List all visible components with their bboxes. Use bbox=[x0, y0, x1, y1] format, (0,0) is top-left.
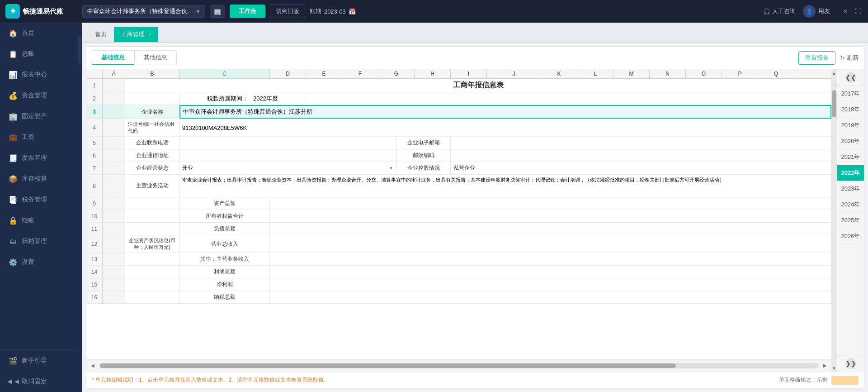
cell-2a[interactable] bbox=[103, 92, 125, 105]
year-expand-button[interactable]: ❯❯ bbox=[845, 358, 856, 369]
cell-4c[interactable]: 91320100MA208E5W6K bbox=[179, 119, 831, 136]
cell-4a[interactable] bbox=[103, 119, 125, 136]
sidebar-item-report[interactable]: 📊 报表中心 bbox=[0, 64, 77, 85]
tab-home[interactable]: 首页 bbox=[88, 27, 114, 42]
cell-5c[interactable] bbox=[179, 137, 396, 149]
cell-8c[interactable]: 审查企业会计报表；出具审计报告；验证企业资本；出具验资报告；办理企业合开、分立、… bbox=[179, 175, 831, 197]
sidebar-item-settings[interactable]: ⚙️ 设置 bbox=[0, 252, 77, 272]
cell-15a[interactable] bbox=[103, 278, 125, 291]
year-item-2019[interactable]: 2019年 bbox=[837, 118, 864, 134]
year-item-2020[interactable]: 2020年 bbox=[837, 134, 864, 149]
sidebar-label-invoice: 发票管理 bbox=[22, 154, 47, 162]
cell-13d[interactable] bbox=[270, 253, 831, 265]
scroll-left-button[interactable]: ◄ bbox=[88, 361, 97, 370]
sidebar-item-salary[interactable]: 💼 工资 bbox=[0, 127, 77, 148]
cell-9d[interactable] bbox=[270, 197, 831, 210]
sidebar-item-newbie[interactable]: 🎬 新手引导 bbox=[0, 350, 77, 371]
service-button[interactable]: 🎧 人工咨询 bbox=[763, 7, 796, 15]
sub-tab-basic[interactable]: 基础信息 bbox=[92, 50, 134, 65]
cell-7k[interactable]: 私营企业 bbox=[451, 162, 831, 174]
cell-7a[interactable] bbox=[103, 162, 125, 174]
cell-1a[interactable] bbox=[103, 79, 125, 92]
sidebar-item-assets[interactable]: 🏢 固定资产 bbox=[0, 106, 77, 127]
cell-15d[interactable] bbox=[270, 278, 831, 291]
sub-tab-other[interactable]: 其他信息 bbox=[134, 50, 177, 65]
scroll-down-button[interactable]: ▼ bbox=[831, 364, 837, 372]
cell-11a[interactable] bbox=[103, 223, 125, 235]
cell-6k[interactable] bbox=[451, 149, 831, 162]
archive-icon: 🗂 bbox=[9, 237, 17, 245]
year-item-2018[interactable]: 2018年 bbox=[837, 102, 864, 118]
year-item-2017[interactable]: 2017年 bbox=[837, 86, 864, 102]
sidebar-label-close: 结账 bbox=[22, 216, 34, 225]
year-item-2021[interactable]: 2021年 bbox=[837, 149, 864, 165]
year-item-2026[interactable]: 2026年 bbox=[837, 229, 864, 244]
old-version-button[interactable]: 切到旧版 bbox=[270, 5, 305, 18]
tab-business-management[interactable]: 工商管理 × bbox=[114, 27, 158, 42]
year-item-2024[interactable]: 2024年 bbox=[837, 197, 864, 213]
close-window-button[interactable]: ✕ bbox=[841, 7, 850, 16]
scroll-right-button[interactable]: ► bbox=[821, 361, 830, 370]
salary-icon: 💼 bbox=[9, 133, 17, 141]
page-content: 基础信息 其他信息 重置报表 ↻ 刷新 bbox=[82, 43, 868, 392]
horizontal-scroll-thumb[interactable] bbox=[100, 363, 676, 368]
cell-12b: 企业资产状况信息(币种：人民币万元) bbox=[125, 235, 179, 253]
cell-12d[interactable] bbox=[270, 235, 831, 253]
cell-16d[interactable] bbox=[270, 291, 831, 303]
year-item-2022[interactable]: 2022年 bbox=[837, 165, 864, 181]
cell-13a[interactable] bbox=[103, 253, 125, 265]
calendar-icon[interactable]: 📅 bbox=[349, 8, 356, 15]
cell-3a[interactable] bbox=[103, 105, 125, 119]
cell-8a[interactable] bbox=[103, 175, 125, 197]
year-item-2025[interactable]: 2025年 bbox=[837, 213, 864, 229]
year-collapse-button[interactable]: ❮❮ bbox=[845, 72, 856, 83]
cell-14d[interactable] bbox=[270, 266, 831, 278]
refresh-button[interactable]: ↻ 刷新 bbox=[840, 54, 859, 62]
company-icon-button[interactable]: 🏢 bbox=[210, 5, 225, 18]
sidebar-item-unpin[interactable]: ◄◄ 取消固定 bbox=[0, 371, 77, 392]
scroll-up-button[interactable]: ▲ bbox=[831, 69, 837, 76]
cell-6a[interactable] bbox=[103, 149, 125, 162]
cell-14a[interactable] bbox=[103, 266, 125, 278]
sidebar-item-close[interactable]: 🔒 结账 bbox=[0, 210, 77, 231]
sidebar-item-home[interactable]: 🏠 首页 bbox=[0, 23, 77, 43]
user-info[interactable]: 👤 用友 bbox=[803, 5, 830, 18]
sidebar-item-finance[interactable]: 💰 资金管理 bbox=[0, 85, 77, 106]
cell-12c: 营业总收入 bbox=[179, 235, 270, 253]
cell-7c[interactable]: 开业 ▼ bbox=[179, 162, 396, 174]
expand-window-button[interactable]: ⛶ bbox=[854, 7, 863, 16]
col-header-e: E bbox=[306, 69, 342, 78]
company-selector[interactable]: 中审众环会计师事务所（特殊普通合伙… ▼ bbox=[82, 5, 205, 18]
sidebar-item-tax[interactable]: 📑 税务管理 bbox=[0, 189, 77, 210]
cell-2rest[interactable] bbox=[306, 92, 831, 105]
cell-3c[interactable]: 中审众环会计师事务所（特殊普通合伙）江苏分所 bbox=[179, 105, 831, 119]
cell-10a[interactable] bbox=[103, 210, 125, 222]
cell-10d[interactable] bbox=[270, 210, 831, 222]
cell-5k[interactable] bbox=[451, 137, 831, 149]
cell-4b: 注册号/统一社会信用代码 bbox=[125, 119, 179, 136]
cell-16a[interactable] bbox=[103, 291, 125, 303]
year-item-2023[interactable]: 2023年 bbox=[837, 181, 864, 197]
tab-close-button[interactable]: × bbox=[148, 32, 151, 37]
sidebar-item-invoice[interactable]: 🧾 发票管理 bbox=[0, 148, 77, 168]
col-header-h: H bbox=[415, 69, 451, 78]
vertical-scroll-thumb[interactable] bbox=[832, 90, 836, 117]
cell-5a[interactable] bbox=[103, 137, 125, 149]
cell-9a[interactable] bbox=[103, 197, 125, 210]
horizontal-scroll-track[interactable] bbox=[99, 363, 819, 368]
reset-report-button[interactable]: 重置报表 bbox=[798, 51, 835, 65]
cell-5j: 企业电子邮箱 bbox=[396, 137, 451, 149]
col-header-a: A bbox=[103, 69, 125, 78]
headset-icon: 🎧 bbox=[763, 8, 770, 15]
cell-10b bbox=[125, 210, 179, 222]
workbench-button[interactable]: 工作台 bbox=[230, 5, 265, 18]
cell-11d[interactable] bbox=[270, 223, 831, 235]
cell-6c[interactable] bbox=[179, 149, 396, 162]
cell-14b bbox=[125, 266, 179, 278]
cell-6b: 企业通信地址 bbox=[125, 149, 179, 162]
tab-bar: 首页 工商管理 × bbox=[82, 23, 868, 43]
business-status-value: 开业 bbox=[182, 164, 193, 172]
sidebar-item-archive[interactable]: 🗂 归档管理 bbox=[0, 231, 77, 252]
sidebar-item-ledger[interactable]: 📋 总账 bbox=[0, 43, 77, 64]
sidebar-item-inventory[interactable]: 📦 库存核算 bbox=[0, 168, 77, 189]
